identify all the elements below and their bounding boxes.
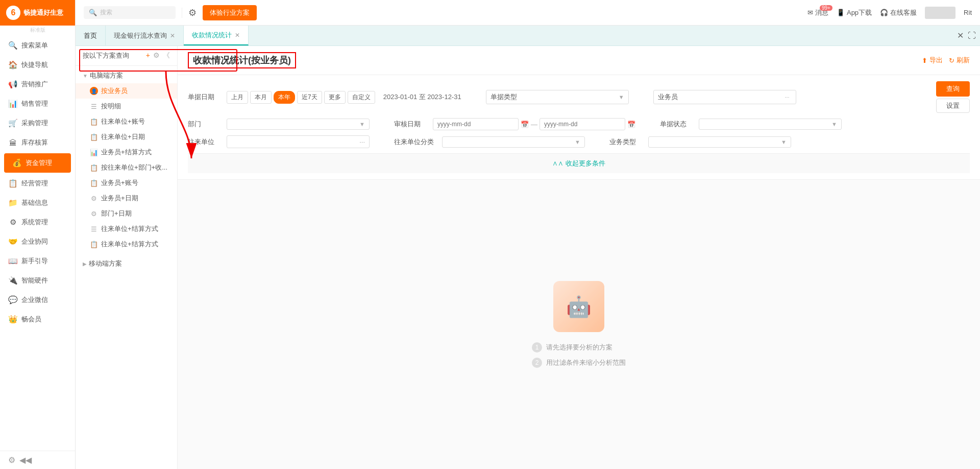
sidebar-item-operations[interactable]: 📋 经营管理 [0,174,75,193]
tab-collection[interactable]: 收款情况统计 ✕ [184,26,249,45]
scheme-by-detail[interactable]: ☰ 按明细 [76,99,177,114]
sidebar-item-finance[interactable]: 💰 资金管理 [4,153,71,173]
review-date-from-input[interactable] [433,118,519,130]
sidebar-item-enterprise[interactable]: 🤝 企业协同 [0,232,75,251]
collapse-panel-icon[interactable]: 《 [163,51,170,60]
tab-bank[interactable]: 现金银行流水查询 ✕ [106,26,184,45]
sidebar-item-guide[interactable]: 📖 新手引导 [0,251,75,271]
topbar-divider [182,8,182,18]
empty-steps: 1 请先选择要分析的方案 2 用过滤条件来缩小分析范围 [532,342,626,368]
trial-button[interactable]: 体验行业方案 [203,5,257,20]
message-button[interactable]: ✉ 消息 99+ [807,8,828,17]
mobile-group-title[interactable]: ▶ 移动端方案 [76,256,177,271]
group-arrow-icon: ▼ [83,73,88,79]
settings-scheme-icon[interactable]: ⚙ [153,51,160,60]
topbar-settings-icon[interactable]: ⚙ [188,7,197,18]
sidebar-item-wechat[interactable]: 💬 企业微信 [0,290,75,310]
partner-select[interactable]: ··· [227,135,370,148]
date-btn-this-month[interactable]: 本月 [250,91,272,104]
doc-status-select[interactable]: ▼ [699,119,842,130]
scheme-partner-account[interactable]: 📋 往来单位+账号 [76,114,177,129]
scheme-partner-settlement1[interactable]: ☰ 往来单位+结算方式 [76,221,177,237]
date-btn-7days[interactable]: 近7天 [297,91,322,104]
scheme-partner-dept-col[interactable]: 📋 按往来单位+部门+收... [76,160,177,175]
detail-scheme-icon: ☰ [90,103,98,110]
salesperson-account-icon: 📋 [90,179,98,187]
system-icon: ⚙ [8,218,17,227]
scheme-salesperson-settlement[interactable]: 📊 业务员+结算方式 [76,145,177,160]
sidebar-item-quicknav[interactable]: 🏠 快捷导航 [0,55,75,75]
sidebar-item-basic[interactable]: 📁 基础信息 [0,193,75,213]
empty-state-icon: 🤖 [553,281,604,332]
topbar-search[interactable]: 🔍 搜索 [84,6,176,19]
sidebar-item-sales[interactable]: 📊 销售管理 [0,94,75,113]
page-header: 收款情况统计(按业务员) ⬆ 导出 ↻ 刷新 [178,46,980,75]
doc-status-chevron-icon: ▼ [831,121,837,127]
scheme-salesperson-account[interactable]: 📋 业务员+账号 [76,175,177,191]
left-panel: 按以下方案查询 + ⚙ 《 ▼ 电脑端方案 👤 按业务员 ☰ 按 [76,46,178,469]
doc-type-chevron-icon: ▼ [619,94,624,100]
review-date-to-input[interactable] [540,118,625,130]
scheme-dept-date[interactable]: ⚙ 部门+日期 [76,206,177,221]
date-btn-more[interactable]: 更多 [324,91,346,104]
sidebar-item-search[interactable]: 🔍 搜索菜单 [0,36,75,55]
date-separator: — [531,121,537,128]
add-scheme-icon[interactable]: + [146,51,150,60]
main-area: 🔍 搜索 ⚙ 体验行业方案 ✉ 消息 99+ 📱 App下载 🎧 在线客服 Ri… [76,0,980,469]
dept-label: 部门 [188,120,218,129]
tab-bank-close[interactable]: ✕ [170,32,175,39]
step-1-num: 1 [532,342,542,353]
sidebar-item-inventory[interactable]: 🏛 库存核算 [0,133,75,152]
edition-label: 标准版 [0,26,75,36]
bottom-settings-icon[interactable]: ⚙ [8,455,15,465]
export-button[interactable]: ⬆ 导出 [922,56,943,65]
message-icon: ✉ [807,9,813,16]
collapse-bar[interactable]: ∧∧ 收起更多条件 [188,153,970,173]
sidebar-item-hardware[interactable]: 🔌 智能硬件 [0,271,75,290]
bottom-collapse-icon[interactable]: ◀◀ [19,455,32,465]
refresh-icon: ↻ [949,57,954,64]
scheme-partner-date[interactable]: 📋 往来单位+日期 [76,129,177,145]
query-button[interactable]: 查询 [936,81,970,97]
biz-type-select[interactable]: ▼ [648,136,791,148]
review-date-from-calendar-icon[interactable]: 📅 [521,121,529,128]
settings-button[interactable]: 设置 [936,99,970,113]
app-download-link[interactable]: 📱 App下载 [837,8,872,17]
date-btn-custom[interactable]: 自定义 [348,91,375,104]
enterprise-icon: 🤝 [8,237,17,246]
date-btn-last-month[interactable]: 上月 [227,91,248,104]
partner-category-select[interactable]: ▼ [442,136,585,148]
user-name[interactable]: Rit [964,9,972,16]
salesperson-select[interactable]: 业务员 ··· [653,90,796,104]
scheme-salesperson-date[interactable]: ⚙ 业务员+日期 [76,191,177,206]
tab-collection-close[interactable]: ✕ [235,32,240,39]
user-avatar[interactable] [925,7,955,19]
tabbar-actions: ✕ ⛶ [953,26,980,45]
logo-icon: 6 [6,6,20,20]
partner-more-icon[interactable]: ··· [359,138,365,146]
sidebar-item-marketing[interactable]: 📢 营销推广 [0,75,75,94]
tab-home[interactable]: 首页 [76,26,106,45]
scheme-by-salesperson[interactable]: 👤 按业务员 [76,83,177,99]
desktop-group-title[interactable]: ▼ 电脑端方案 [76,68,177,83]
panel-header-icons: + ⚙ 《 [146,51,170,60]
maximize-btn[interactable]: ⛶ [968,31,976,40]
doc-type-select[interactable]: 单据类型 ▼ [486,90,629,104]
step-2-num: 2 [532,358,542,368]
refresh-button[interactable]: ↻ 刷新 [949,56,970,65]
action-buttons: 查询 设置 [936,81,970,113]
date-btn-this-year[interactable]: 本年 [274,91,295,104]
partner-category-label: 往来单位分类 [394,137,434,147]
sidebar-item-purchase[interactable]: 🛒 采购管理 [0,113,75,133]
scheme-partner-settlement2[interactable]: 📋 往来单位+结算方式 [76,237,177,252]
dept-select[interactable]: ▼ [227,119,370,130]
collapse-up-icon: ∧∧ [552,159,566,167]
close-window-btn[interactable]: ✕ [957,31,964,40]
sidebar-item-member[interactable]: 👑 畅会员 [0,310,75,329]
online-service-link[interactable]: 🎧 在线客服 [880,8,917,17]
dept-chevron-icon: ▼ [359,121,365,127]
content-area: 按以下方案查询 + ⚙ 《 ▼ 电脑端方案 👤 按业务员 ☰ 按 [76,46,980,469]
export-icon: ⬆ [922,57,927,64]
review-date-to-calendar-icon[interactable]: 📅 [627,121,635,128]
sidebar-item-system[interactable]: ⚙ 系统管理 [0,213,75,232]
